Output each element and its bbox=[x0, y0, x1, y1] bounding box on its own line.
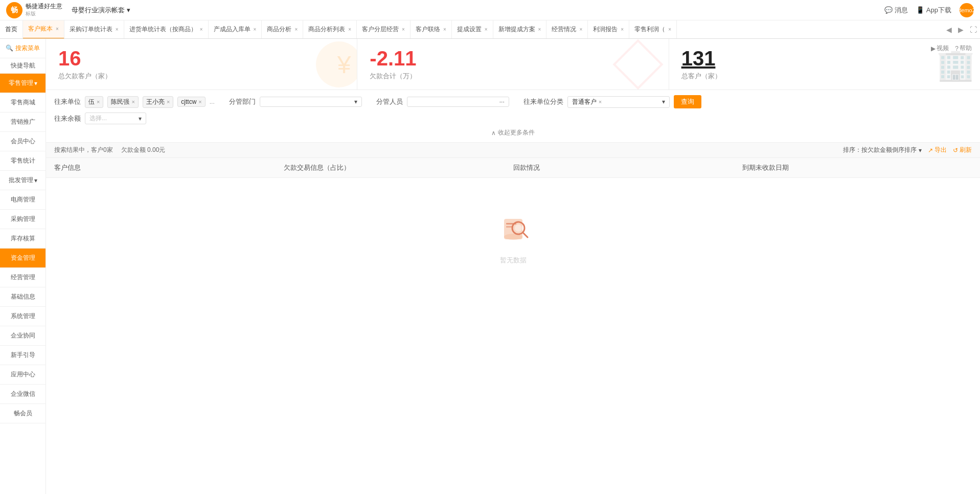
app-download-button[interactable]: 📱 App下载 bbox=[916, 6, 951, 15]
svg-point-6 bbox=[515, 224, 522, 232]
sidebar-item-inventory[interactable]: 库存核算 bbox=[0, 229, 45, 249]
sidebar-item-capital[interactable]: 资金管理 bbox=[0, 249, 45, 268]
sidebar-item-retail-stat[interactable]: 零售统计 bbox=[0, 151, 45, 171]
video-link[interactable]: ▶ 视频 bbox=[931, 44, 949, 53]
chevron-down-dept: ▾ bbox=[354, 98, 357, 105]
sidebar-item-marketing[interactable]: 营销推广 bbox=[0, 113, 45, 132]
stat-label-overdue: 欠款合计（万） bbox=[370, 72, 416, 81]
person-select[interactable]: ··· bbox=[407, 97, 509, 107]
tab-customer-tier[interactable]: 客户分层经营 × bbox=[357, 20, 411, 39]
stat-text-overdue: -2.11 欠款合计（万） bbox=[370, 48, 416, 81]
person-filter-label: 分管人员 bbox=[376, 97, 403, 106]
help-link[interactable]: ? 帮助 bbox=[955, 44, 972, 53]
avatar: demo2 bbox=[960, 3, 974, 17]
sidebar-quick-nav[interactable]: 快捷导航 bbox=[0, 58, 45, 74]
tab-close-retail-profit[interactable]: × bbox=[668, 27, 671, 32]
chevron-down-balance: ▾ bbox=[139, 115, 142, 122]
tab-new-scheme[interactable]: 新增提成方案 × bbox=[493, 20, 547, 39]
tab-inbound-stat[interactable]: 进货单统计表（按商品） × bbox=[124, 20, 209, 39]
sidebar-item-enterprise-collab[interactable]: 企业协同 bbox=[0, 326, 45, 346]
message-button[interactable]: 💬 消息 bbox=[884, 6, 908, 15]
col-customer-info: 客户信息 bbox=[54, 163, 284, 172]
stat-value-total: 131 bbox=[681, 48, 721, 69]
sort-button[interactable]: 排序：按欠款金额倒序排序 ▾ bbox=[843, 146, 922, 154]
unit-type-tag-close[interactable]: × bbox=[599, 99, 602, 105]
stat-block-customers: ¥ 16 总欠款客户（家） bbox=[46, 39, 357, 89]
tab-close-product-analysis[interactable]: × bbox=[294, 27, 298, 32]
filter-tag-cjttcw-close[interactable]: × bbox=[198, 99, 201, 105]
tab-close-purchase-order-stat[interactable]: × bbox=[116, 27, 119, 32]
sidebar: 🔍 搜索菜单 快捷导航 零售管理 ▾ 零售商城 营销推广 会员中心 零售统计 bbox=[0, 39, 46, 494]
unit-filter-label: 往来单位 bbox=[54, 97, 81, 106]
user-menu[interactable]: demo2 bbox=[960, 3, 974, 17]
tab-purchase-order-stat[interactable]: 采购订单统计表 × bbox=[64, 20, 124, 39]
sidebar-item-enterprise-wechat[interactable]: 企业微信 bbox=[0, 385, 45, 404]
tab-close-product-inbound[interactable]: × bbox=[254, 27, 257, 32]
result-count: 搜索结果中，客户0家 bbox=[54, 146, 113, 154]
sidebar-item-purchase[interactable]: 采购管理 bbox=[0, 210, 45, 229]
tab-close-prompt-settings[interactable]: × bbox=[485, 27, 488, 32]
sidebar-item-retail-mall[interactable]: 零售商城 bbox=[0, 93, 45, 113]
sidebar-item-wholesale[interactable]: 批发管理 ▾ bbox=[0, 171, 45, 190]
store-selector[interactable]: 母婴行业演示帐套 ▾ bbox=[72, 6, 130, 15]
tab-close-customer-tier[interactable]: × bbox=[402, 27, 405, 32]
col-repayment: 回款情况 bbox=[513, 163, 743, 172]
table-header: 客户信息 欠款交易信息（占比） 回款情况 到期未收款日期 bbox=[46, 158, 980, 178]
tab-retail-profit[interactable]: 零售利润（ × bbox=[629, 20, 677, 39]
tab-close-new-scheme[interactable]: × bbox=[538, 27, 541, 32]
content-area: ¥ 16 总欠款客户（家） -2.11 欠款合计（万） bbox=[46, 39, 980, 494]
query-button[interactable]: 查询 bbox=[674, 95, 701, 108]
tab-account[interactable]: 客户账本 × bbox=[23, 20, 64, 39]
tab-customer-contact[interactable]: 客户联络 × bbox=[411, 20, 452, 39]
tab-prompt-settings[interactable]: 提成设置 × bbox=[452, 20, 493, 39]
stats-row: ¥ 16 总欠款客户（家） -2.11 欠款合计（万） bbox=[46, 39, 980, 90]
tab-product-analysis[interactable]: 商品分析 × bbox=[262, 20, 303, 39]
filter-tag-wu-close[interactable]: × bbox=[97, 99, 100, 105]
filter-more-units[interactable]: ... bbox=[210, 98, 215, 105]
tab-operations[interactable]: 经营情况 × bbox=[546, 20, 588, 39]
filter-tag-wang-close[interactable]: × bbox=[167, 99, 170, 105]
tab-product-analysis-list[interactable]: 商品分析列表 × bbox=[303, 20, 357, 39]
balance-select[interactable]: 选择... ▾ bbox=[85, 113, 146, 124]
filter-tag-wu: 伍 bbox=[88, 98, 95, 106]
tab-close-product-analysis-list[interactable]: × bbox=[348, 27, 351, 32]
result-amount: 欠款金额 0.00元 bbox=[121, 146, 166, 154]
refresh-button[interactable]: ↺ 刷新 bbox=[953, 146, 972, 154]
sidebar-search[interactable]: 🔍 搜索菜单 bbox=[0, 39, 45, 58]
empty-icon bbox=[493, 209, 534, 250]
sidebar-item-new-guide[interactable]: 新手引导 bbox=[0, 346, 45, 365]
sidebar-item-operations-mgmt[interactable]: 经营管理 bbox=[0, 268, 45, 287]
tab-profit-report[interactable]: 利润报告 × bbox=[588, 20, 629, 39]
tab-maximize[interactable]: ⛶ bbox=[967, 26, 980, 34]
play-icon: ▶ bbox=[931, 45, 936, 52]
result-bar-right: 排序：按欠款金额倒序排序 ▾ ↗ 导出 ↺ 刷新 bbox=[843, 146, 972, 154]
filter-tag-cjttcw: cjttcw × bbox=[177, 97, 205, 107]
tab-close-profit-report[interactable]: × bbox=[621, 27, 624, 32]
tab-nav-next[interactable]: ▶ bbox=[955, 26, 967, 34]
dept-select[interactable]: ▾ bbox=[260, 97, 362, 107]
col-overdue-info: 欠款交易信息（占比） bbox=[284, 163, 513, 172]
message-icon: 💬 bbox=[884, 6, 893, 14]
empty-text: 暂无数据 bbox=[500, 256, 527, 265]
chevron-down-unit-type: ▾ bbox=[662, 98, 665, 105]
sidebar-item-system[interactable]: 系统管理 bbox=[0, 307, 45, 326]
tab-close-customer-contact[interactable]: × bbox=[443, 27, 446, 32]
tab-home[interactable]: 首页 bbox=[0, 20, 23, 39]
collapse-button[interactable]: ∧ 收起更多条件 bbox=[54, 128, 972, 137]
sidebar-item-vip[interactable]: 畅会员 bbox=[0, 404, 45, 423]
sidebar-item-member[interactable]: 会员中心 bbox=[0, 132, 45, 151]
tab-product-inbound[interactable]: 产成品入库单 × bbox=[209, 20, 262, 39]
sidebar-item-basic-info[interactable]: 基础信息 bbox=[0, 287, 45, 307]
unit-type-select[interactable]: 普通客户 × ▾ bbox=[567, 96, 670, 108]
filter-tag-chen-close[interactable]: × bbox=[131, 99, 134, 105]
tab-close-account[interactable]: × bbox=[56, 26, 59, 32]
tab-close-operations[interactable]: × bbox=[579, 27, 582, 32]
top-bar-left: 畅 畅捷通好生意 标版 母婴行业演示帐套 ▾ bbox=[6, 2, 130, 18]
sidebar-item-ecommerce[interactable]: 电商管理 bbox=[0, 190, 45, 210]
sidebar-item-retail[interactable]: 零售管理 ▾ bbox=[0, 74, 45, 93]
export-button[interactable]: ↗ 导出 bbox=[928, 146, 947, 154]
tab-close-inbound-stat[interactable]: × bbox=[200, 27, 203, 32]
tab-nav-prev[interactable]: ◀ bbox=[943, 26, 955, 34]
chevron-icon: ▾ bbox=[34, 80, 37, 87]
sidebar-item-app-center[interactable]: 应用中心 bbox=[0, 365, 45, 385]
